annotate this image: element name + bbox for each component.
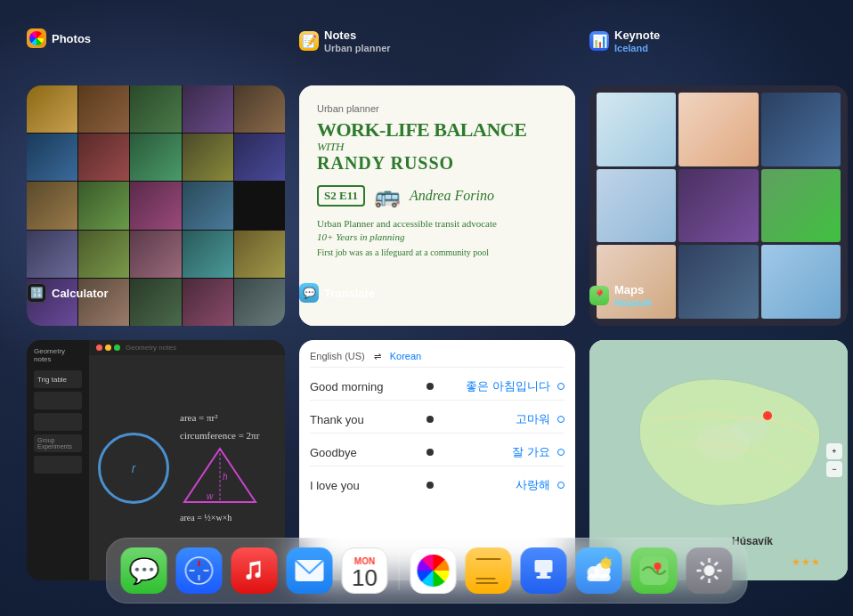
keynote-slide [597,93,676,166]
photo-cell [27,85,77,133]
calc-sidebar-item [34,456,82,474]
notes-person2: Andrea Forino [410,188,494,204]
translate-play-icon [557,482,565,489]
notes-title-text: WORK-LIFE BALANCE [317,118,526,141]
keynote-card-wrapper: 📊 Keynote Iceland [589,53,848,294]
mail-envelope-icon [295,559,325,582]
dock-safari-icon[interactable] [176,547,223,594]
safari-compass-icon [184,555,215,586]
photo-cell [130,85,181,133]
keynote-slide [761,93,841,166]
music-note-icon [241,557,268,584]
translate-play-icon [557,449,565,456]
keynote-podium-icon [530,556,558,585]
photos-app-icon [27,28,46,48]
notes-app-name: Notes [324,28,391,43]
photo-cell [27,134,77,181]
translate-source-2: Thank you [310,413,419,426]
translate-header-row: English (US) ⇌ Korean [310,351,565,368]
photos-wheel-icon [29,31,44,45]
translate-dot [426,383,434,390]
photos-card-header: Photos [27,28,91,48]
translate-target-1: 좋은 아침입니다 [441,378,550,394]
maps-app-subtitle: Húsavík [614,297,652,309]
calc-sidebar-item: Trig table [34,370,82,388]
photo-cell [234,85,285,133]
calc-traffic-lights [96,344,120,351]
calc-circle [98,433,169,504]
calculator-card-wrapper: 🔢 Calculator Geometry notes Trig table G… [27,308,285,548]
calc-sidebar-item [34,392,82,409]
maps-map-icon [638,555,670,587]
notes-years: 10+ Years in planning [317,231,557,242]
notes-line-2 [476,578,496,580]
calc-triangle-svg: h w [180,444,260,507]
photo-cell [234,231,285,278]
svg-point-28 [704,565,715,576]
photo-cell [183,134,233,181]
keynote-slide [678,169,758,243]
maps-app-name: Maps [614,283,652,297]
translate-target-2: 고마워 [441,411,550,427]
dock-maps-icon[interactable] [631,547,678,594]
keynote-card-header: 📊 Keynote Iceland [589,28,660,54]
notes-first-job: First job was as a lifeguard at a commun… [317,247,557,257]
dock-calendar-icon[interactable]: MON 10 [342,547,388,594]
svg-rect-18 [540,572,548,576]
maps-title-group: Maps Húsavík [614,283,652,309]
keynote-app-subtitle: Iceland [614,43,660,54]
expand-dot [114,344,120,351]
photo-cell [78,182,129,229]
maps-scroll-down[interactable]: − [826,461,842,477]
keynote-app-name: Keynote [614,28,660,43]
app-switcher-grid: Photos [27,53,826,548]
dock-mail-icon[interactable] [287,547,333,594]
translate-play-icon [557,416,565,423]
photos-rainbow-wheel [418,555,450,587]
calculator-card-header: 🔢 Calculator [27,283,109,303]
minimize-dot [105,344,111,351]
notes-card-header: 📝 Notes Urban planner [299,28,391,54]
photo-cell [183,231,233,278]
svg-text:w: w [207,491,214,501]
svg-text:h: h [223,472,228,482]
dock-music-icon[interactable] [232,547,278,594]
dock-settings-icon[interactable] [686,547,733,594]
dock-keynote-icon[interactable] [521,547,567,594]
dock-photos-icon[interactable] [410,547,457,594]
dock-messages-icon[interactable]: 💬 [121,547,167,594]
maps-scroll-indicator: + − [826,443,842,477]
notes-app-subtitle: Urban planner [324,43,391,54]
svg-rect-22 [588,574,611,581]
translate-source-1: Good morning [310,380,419,393]
photo-cell [78,231,129,278]
notes-lines-icon [469,551,508,591]
close-dot [96,344,102,351]
translate-korean-label: Korean [390,351,421,361]
dock-weather-icon[interactable] [576,547,622,594]
dock: 💬 MON 10 [106,538,748,604]
calc-formulas: area = πr² circumference = 2πr h w area … [180,409,276,527]
keynote-app-icon: 📊 [589,31,609,51]
translate-target-4: 사랑해 [441,477,550,493]
messages-icon-glyph: 💬 [128,556,159,586]
keynote-title-group: Keynote Iceland [614,28,660,54]
calc-sidebar-item: Group Experiments [34,434,82,452]
maps-app-icon: 📍 [589,286,609,305]
dock-notes-icon[interactable] [466,547,512,594]
translate-target-3: 잘 가요 [441,444,550,460]
translate-row-4: I love you 사랑해 [310,472,565,498]
translate-source-4: I love you [310,479,419,492]
translate-row-3: Goodbye 잘 가요 [310,439,565,466]
translate-card-header: 💬 Translate [299,283,375,303]
calc-formula-circumference: circumference = 2πr [180,427,276,445]
photo-cell [234,134,285,181]
maps-scroll-up[interactable]: + [826,443,842,459]
photo-cell [130,182,181,229]
photo-cell [234,182,285,229]
notes-app-icon: 📝 [299,31,319,51]
calculator-header: Geometry notes [89,340,285,355]
svg-line-33 [701,563,704,566]
photo-cell [130,134,181,181]
calc-formula-area: area = πr² [180,409,276,427]
